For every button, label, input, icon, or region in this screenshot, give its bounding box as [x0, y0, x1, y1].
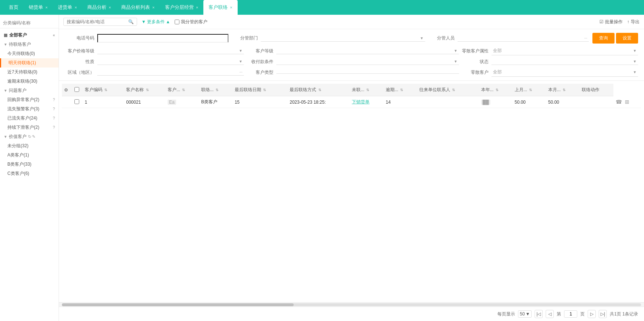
table-col-this-year[interactable]: 本年... ⇅: [479, 84, 512, 96]
page-number-input[interactable]: [564, 310, 577, 318]
select-all-checkbox[interactable]: [74, 87, 79, 92]
question-icon[interactable]: ?: [53, 107, 55, 111]
sidebar-item-class-c[interactable]: C类客户(6): [0, 169, 59, 178]
row-checkbox-input[interactable]: [74, 99, 79, 104]
sidebar-item-churned[interactable]: 已流失客户(24) ?: [0, 114, 59, 123]
customer-level-select[interactable]: ▼: [276, 48, 459, 54]
search-button[interactable]: 🔍: [128, 19, 134, 24]
close-icon[interactable]: ×: [196, 5, 198, 10]
phone-input[interactable]: [97, 34, 228, 42]
chevron-down-icon: ▼: [454, 49, 458, 53]
question-icon[interactable]: ?: [53, 116, 55, 120]
more-action-icon[interactable]: ⊞: [625, 99, 629, 105]
sidebar-item-overdue-contact[interactable]: 逾期未联络(30): [0, 77, 59, 86]
row-overdue: [417, 96, 479, 108]
table-col-last-contact-method[interactable]: 最后联络方式 ⇅: [287, 84, 350, 96]
data-table-area: ⚙ 客户编码 ⇅ 客户名称 ⇅ 客户... ⇅: [59, 81, 644, 302]
sidebar-group-pending[interactable]: ▼ 待联络客户: [0, 40, 59, 49]
sidebar-item-today-contact[interactable]: 今天待联络(0): [0, 49, 59, 58]
sidebar-item-repurchase-abnormal[interactable]: 回购异常客户(2) ?: [0, 95, 59, 104]
row-checkbox[interactable]: [72, 96, 83, 108]
nature-select[interactable]: ▼: [97, 58, 244, 65]
sidebar-search-input[interactable]: [3, 20, 58, 25]
customer-type-select[interactable]: [276, 71, 459, 74]
filter-bar: 🔍 ▼ 更多条件 ▲ 我分管的客户 ☑ 批量操作 ↑ 导出: [59, 15, 644, 29]
close-icon[interactable]: ×: [152, 5, 154, 10]
query-button[interactable]: 查询: [592, 33, 615, 44]
payment-select[interactable]: ▼: [276, 58, 459, 65]
table-col-this-month[interactable]: 本月... ⇅: [546, 84, 580, 96]
filter-icon: ▼: [141, 19, 146, 24]
filter-retail-attr-field: 零散客户属性 全部 ▼: [459, 46, 638, 55]
price-level-select[interactable]: ▼: [97, 48, 244, 54]
table-col-unlisted[interactable]: 未联... ⇅: [350, 84, 384, 96]
nav-customer-stratify[interactable]: 客户分层经营 ×: [160, 0, 203, 15]
table-col-code[interactable]: 客户编码 ⇅: [83, 84, 124, 96]
chevron-up-icon: ▲: [166, 19, 170, 24]
table-col-settings[interactable]: ⚙: [62, 84, 72, 96]
more-icon: ···: [584, 36, 587, 40]
dept-select[interactable]: ▼: [261, 35, 425, 42]
sidebar-group-value[interactable]: ▼ 价值客户 ↻ ✎: [0, 132, 59, 141]
last-page-button[interactable]: ▷|: [599, 310, 607, 318]
more-conditions-button[interactable]: ▼ 更多条件 ▲: [141, 19, 170, 25]
row-last-contact-method[interactable]: 下销货单: [350, 96, 384, 108]
table-col-contact-person[interactable]: 往来单位联系人 ⇅: [417, 84, 479, 96]
filter-status-field: 状态 ▼: [459, 58, 638, 65]
table-col-last-month[interactable]: 上月... ⇅: [512, 84, 546, 96]
manager-select[interactable]: ···: [458, 35, 589, 42]
nav-sales-order[interactable]: 销货单 ×: [24, 0, 53, 15]
export-button[interactable]: ↑ 导出: [627, 19, 640, 25]
settings-button[interactable]: 设置: [616, 33, 638, 44]
content-area: 🔍 ▼ 更多条件 ▲ 我分管的客户 ☑ 批量操作 ↑ 导出: [59, 15, 644, 321]
region-select[interactable]: ···: [97, 69, 244, 76]
nav-home[interactable]: 首页: [4, 0, 24, 15]
nav-product-analysis-list[interactable]: 商品分析列表 ×: [116, 0, 160, 15]
prev-page-button[interactable]: ◁: [546, 310, 554, 318]
sidebar: 🔍 ▦ 全部客户 « ▼ 待联络客户 今天待联络(0) 明天待联络(1) 近7天…: [0, 15, 59, 321]
my-customers-checkbox-label[interactable]: 我分管的客户: [175, 19, 207, 25]
table-col-contact-count[interactable]: 联络... ⇅: [199, 84, 232, 96]
arrow-icon: ▼: [4, 89, 7, 93]
table-col-overdue[interactable]: 逾期... ⇅: [384, 84, 417, 96]
retail-customer-select[interactable]: 全部 ▼: [491, 68, 638, 77]
close-icon[interactable]: ×: [74, 5, 77, 10]
sidebar-item-class-a[interactable]: A类客户(1): [0, 151, 59, 160]
edit-icon[interactable]: ✎: [32, 134, 35, 139]
sidebar-item-tomorrow-contact[interactable]: 明天待联络(1): [0, 58, 59, 68]
page-size-select[interactable]: 50 ▼: [518, 310, 532, 318]
arrow-icon: ▼: [4, 135, 7, 139]
sidebar-all-customers[interactable]: ▦ 全部客户 «: [0, 31, 59, 40]
table-col-last-contact-date[interactable]: 最后联络日期 ⇅: [232, 84, 287, 96]
close-icon[interactable]: ×: [45, 5, 48, 10]
close-icon[interactable]: ×: [230, 5, 232, 10]
refresh-icon[interactable]: ↻: [28, 134, 31, 139]
sidebar-group-problem[interactable]: ▼ 问题客户: [0, 86, 59, 95]
next-page-button[interactable]: ▷: [588, 310, 596, 318]
status-select[interactable]: ▼: [491, 58, 638, 65]
nav-product-analysis[interactable]: 商品分析 ×: [82, 0, 116, 15]
sidebar-item-declining[interactable]: 持续下滑客户(2) ?: [0, 123, 59, 132]
last-contact-link[interactable]: 下销货单: [352, 99, 370, 104]
close-icon[interactable]: ×: [109, 5, 111, 10]
search-input[interactable]: [67, 19, 128, 24]
sidebar-item-class-b[interactable]: B类客户(33): [0, 160, 59, 169]
nav-purchase-order[interactable]: 进货单 ×: [53, 0, 82, 15]
sidebar-item-churn-warning[interactable]: 流失预警客户(3) ?: [0, 104, 59, 114]
table-col-checkbox[interactable]: [72, 84, 83, 96]
question-icon[interactable]: ?: [53, 125, 55, 130]
phone-icon[interactable]: ☎: [616, 99, 622, 105]
table-col-name[interactable]: 客户名称 ⇅: [124, 84, 165, 96]
horizontal-scrollbar[interactable]: [59, 302, 644, 307]
sidebar-item-ungrouped[interactable]: 未分组(32): [0, 141, 59, 151]
first-page-button[interactable]: |◁: [535, 310, 543, 318]
my-customers-checkbox[interactable]: [175, 20, 179, 24]
table-col-customer-type[interactable]: 客户... ⇅: [165, 84, 199, 96]
batch-operations-button[interactable]: ☑ 批量操作: [599, 19, 623, 25]
question-icon[interactable]: ?: [53, 98, 55, 102]
sidebar-item-7day-contact[interactable]: 近7天待联络(0): [0, 68, 59, 77]
nav-customer-contact[interactable]: 客户联络 ×: [203, 0, 237, 15]
retail-attr-select[interactable]: 全部 ▼: [491, 46, 638, 55]
scroll-thumb[interactable]: [62, 303, 294, 306]
table-row: 1 000021 Ea B类客户 15 2023-05-23 18:25: 下销…: [62, 96, 641, 108]
